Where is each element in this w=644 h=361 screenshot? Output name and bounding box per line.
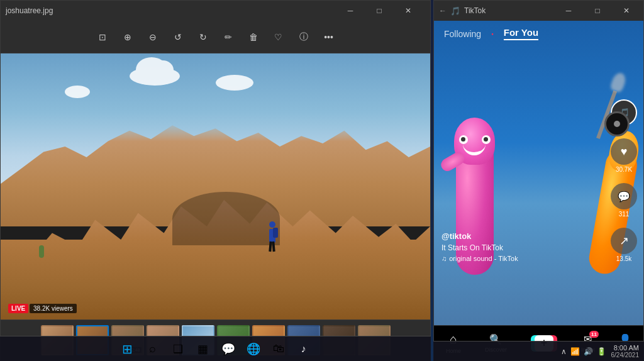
hiker-leg-right	[272, 242, 275, 252]
info-button[interactable]: ⓘ	[292, 26, 315, 48]
system-tray: ∧ 📶 🔊 🔋 8:00 AM 6/24/2021	[433, 341, 644, 361]
tiktok-minimize-button[interactable]: ─	[554, 1, 583, 21]
edge-icon: 🌐	[247, 342, 260, 356]
hiker-backpack	[273, 228, 278, 238]
tiktok-window-controls: ─ □ ✕	[554, 1, 641, 21]
hiker-head	[269, 221, 275, 228]
taskbar-store-icon[interactable]: 🛍	[267, 338, 290, 360]
titlebar-left: joshuatree.jpg	[6, 6, 53, 15]
taskbar-search-icon[interactable]: ⌕	[142, 338, 164, 360]
tiktok-titlebar-left: ← 🎵 TikTok	[439, 6, 486, 16]
viewer-count: 38.2K viewers	[30, 304, 77, 313]
taskbar-chat-icon[interactable]: 💬	[217, 338, 240, 360]
zoom-out-button[interactable]: ⊖	[142, 26, 164, 48]
taskbar-edge-icon[interactable]: 🌐	[242, 338, 265, 360]
for-you-tab[interactable]: For You	[504, 27, 538, 40]
tiktok-maximize-button[interactable]: □	[583, 1, 612, 21]
chevron-up-icon[interactable]: ∧	[561, 347, 567, 356]
photo-title: joshuatree.jpg	[6, 6, 53, 15]
tiktok-username: @tiktok	[441, 231, 606, 241]
live-badge: LIVE	[8, 304, 28, 313]
tiktok-share-btn[interactable]: ↗ 13.5k	[611, 228, 637, 262]
network-icon[interactable]: 📶	[570, 347, 580, 356]
tiktok-titlebar: ← 🎵 TikTok ─ □ ✕	[434, 1, 643, 21]
taskbar-widgets-icon[interactable]: ▦	[192, 338, 214, 360]
system-date: 6/24/2021	[611, 352, 640, 358]
cloud-1	[130, 67, 180, 86]
rotate-right-button[interactable]: ↻	[192, 26, 214, 48]
cactus-body	[39, 245, 44, 258]
chat-icon: 💬	[221, 342, 235, 356]
tiktok-comment-btn[interactable]: 💬 311	[611, 183, 637, 218]
comment-count: 311	[619, 211, 630, 218]
delete-button[interactable]: 🗑	[242, 26, 265, 48]
photo-main-area: LIVE 38.2K viewers	[1, 53, 430, 319]
tiktok-caption: It Starts On TikTok	[441, 243, 606, 252]
tiktok-video-overlay: @tiktok It Starts On TikTok ♫ original s…	[441, 231, 606, 262]
tiktok-window: ← 🎵 TikTok ─ □ ✕	[433, 0, 644, 361]
actual-size-button[interactable]: ⊡	[91, 26, 114, 48]
minimize-button[interactable]: ─	[336, 1, 365, 21]
zoom-in-button[interactable]: ⊕	[116, 26, 139, 48]
following-tab[interactable]: Following	[444, 29, 481, 39]
photo-titlebar: joshuatree.jpg ─ □ ✕	[1, 1, 430, 21]
tray-icons: ∧ 📶 🔊 🔋	[561, 347, 606, 356]
tiktok-action-buttons: 🎵 + ♥ 30.7K 💬 311 ↗ 1	[611, 99, 637, 262]
sys-tray-time-block[interactable]: 8:00 AM 6/24/2021	[611, 344, 640, 358]
tiktok-sound-text: original sound - TikTok	[449, 255, 518, 262]
favorite-button[interactable]: ♡	[267, 26, 290, 48]
tube-pink-smile	[463, 144, 486, 155]
desert-scene	[1, 53, 430, 319]
taskbar-tiktok-icon[interactable]: ♪	[292, 338, 315, 360]
widgets-icon: ▦	[197, 342, 208, 356]
windows-logo: ⊞	[122, 342, 133, 357]
photo-toolbar: ⊡ ⊕ ⊖ ↺ ↻ ✏ 🗑 ♡ ⓘ •••	[1, 21, 430, 53]
share-count: 13.5k	[616, 255, 631, 262]
maximize-button[interactable]: □	[365, 1, 394, 21]
rock-shadow	[172, 192, 280, 245]
tiktok-sound-row: ♫ original sound - TikTok	[441, 255, 606, 262]
search-icon: ⌕	[149, 342, 156, 355]
like-icon: ♥	[611, 138, 637, 165]
tiktok-tab-dot: ●	[491, 32, 494, 36]
taskbar-windows-icon[interactable]: ⊞	[116, 338, 139, 360]
tiktok-icon: ♪	[301, 343, 306, 355]
taskbar-taskview-icon[interactable]: ❑	[167, 338, 189, 360]
tube-eye-right	[482, 135, 491, 144]
system-time: 8:00 AM	[611, 344, 640, 352]
brush-head	[609, 71, 628, 93]
music-icon: ♫	[441, 255, 447, 262]
draw-button[interactable]: ✏	[217, 26, 240, 48]
rotate-left-button[interactable]: ↺	[167, 26, 189, 48]
tiktok-header: Following ● For You	[434, 21, 643, 47]
close-button[interactable]: ✕	[394, 1, 423, 21]
desktop: joshuatree.jpg ─ □ ✕ ⊡ ⊕ ⊖ ↺ ↻ ✏ 🗑 ♡ ⓘ •…	[0, 0, 644, 361]
cloud-2	[216, 75, 253, 91]
battery-icon: 🔋	[597, 347, 606, 356]
photo-viewer-window: joshuatree.jpg ─ □ ✕ ⊡ ⊕ ⊖ ↺ ↻ ✏ 🗑 ♡ ⓘ •…	[0, 0, 431, 361]
comment-icon: 💬	[611, 183, 637, 209]
window-controls: ─ □ ✕	[336, 1, 423, 21]
cloud-3	[65, 86, 90, 98]
tube-pink-eyes	[459, 135, 491, 144]
cactus-plant	[35, 245, 48, 261]
tiktok-like-btn[interactable]: ♥ 30.7K	[611, 138, 637, 173]
like-count: 30.7K	[616, 166, 632, 173]
tiktok-title-text: TikTok	[464, 6, 486, 15]
tube-eye-left	[459, 135, 468, 144]
taskbar: ⊞ ⌕ ❑ ▦ 💬 🌐 🛍 ♪	[0, 336, 431, 361]
share-icon: ↗	[611, 228, 637, 254]
tiktok-back-icon[interactable]: ←	[439, 6, 447, 15]
more-button[interactable]: •••	[318, 26, 340, 48]
hiker-figure	[267, 221, 278, 253]
tiktok-content: Following ● For You @tiktok It Starts On…	[434, 21, 643, 325]
taskview-icon: ❑	[173, 342, 183, 356]
tiktok-close-button[interactable]: ✕	[612, 1, 641, 21]
tiktok-disc	[604, 111, 630, 136]
tiktok-title-logo: 🎵	[450, 6, 460, 16]
volume-icon[interactable]: 🔊	[584, 347, 593, 356]
store-icon: 🛍	[273, 342, 284, 355]
inbox-badge: 11	[589, 331, 599, 338]
